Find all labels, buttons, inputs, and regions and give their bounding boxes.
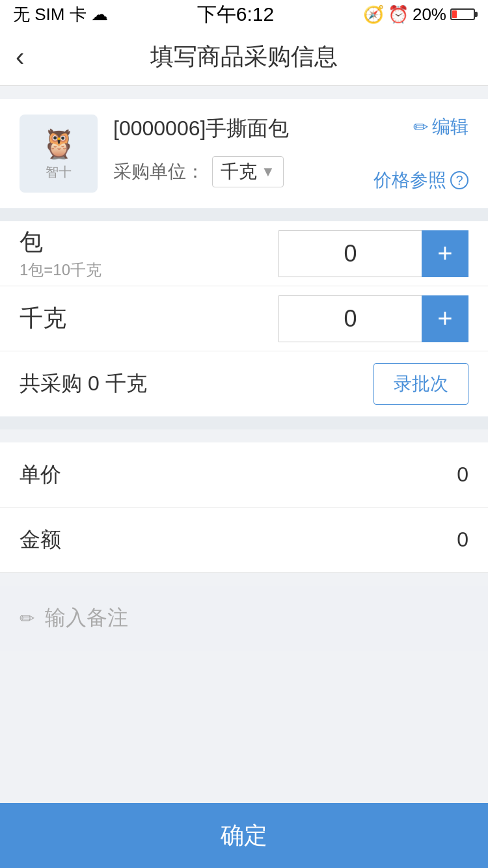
unit-select[interactable]: 千克 ▼ xyxy=(212,156,284,187)
product-image: 🦉 智十 xyxy=(20,115,98,193)
price-reference-button[interactable]: 价格参照 ? xyxy=(373,168,468,193)
chevron-down-icon: ▼ xyxy=(261,163,275,180)
pencil-icon: ✏ xyxy=(20,608,34,629)
amount-row: 金额 0 xyxy=(0,508,488,573)
confirm-label: 确定 xyxy=(221,820,267,852)
edit-label: 编辑 xyxy=(432,115,468,139)
total-label: 共采购 xyxy=(20,372,82,395)
total-text: 共采购 0 千克 xyxy=(20,370,147,398)
total-row: 共采购 0 千克 录批次 xyxy=(0,351,488,416)
bag-label: 包 xyxy=(20,226,278,258)
edit-icon: ✏ xyxy=(413,116,428,138)
battery-icon xyxy=(450,8,475,20)
alarm-icon: ⏰ xyxy=(388,5,409,25)
unit-label: 采购单位： xyxy=(113,159,204,184)
section-divider-2 xyxy=(0,416,488,429)
status-right: 🧭 ⏰ 20% xyxy=(363,5,475,25)
bag-input-wrap: + xyxy=(278,230,468,277)
status-left: 无 SIM 卡 ☁ xyxy=(13,3,108,26)
amount-label: 金额 xyxy=(20,526,61,554)
product-logo-text: 智十 xyxy=(46,163,72,181)
kg-label-group: 千克 xyxy=(20,303,278,334)
kg-plus-button[interactable]: + xyxy=(422,295,468,342)
kg-label: 千克 xyxy=(20,303,278,334)
unit-price-row: 单价 0 xyxy=(0,442,488,508)
sim-label: 无 SIM 卡 ☁ xyxy=(13,3,108,26)
status-time: 下午6:12 xyxy=(197,1,274,28)
info-icon: ? xyxy=(450,171,468,189)
total-unit xyxy=(100,372,105,395)
battery-percent: 20% xyxy=(413,5,446,25)
product-logo: 🦉 xyxy=(41,127,77,161)
bag-label-group: 包 1包=10千克 xyxy=(20,226,278,280)
price-ref-label: 价格参照 xyxy=(373,168,446,193)
remark-placeholder: 输入备注 xyxy=(45,604,128,632)
input-section: 包 1包=10千克 + 千克 + xyxy=(0,221,488,351)
section-divider-1 xyxy=(0,208,488,221)
kg-input[interactable] xyxy=(278,295,422,342)
unit-value: 千克 xyxy=(221,159,257,184)
status-bar: 无 SIM 卡 ☁ 下午6:12 🧭 ⏰ 20% xyxy=(0,0,488,29)
kg-input-row: 千克 + xyxy=(0,286,488,351)
unit-price-value: 0 xyxy=(457,463,468,487)
bag-input[interactable] xyxy=(278,230,422,277)
edit-button[interactable]: ✏ 编辑 xyxy=(413,115,468,139)
amount-value: 0 xyxy=(457,528,468,552)
bag-plus-button[interactable]: + xyxy=(422,230,468,277)
nav-bar: ‹ 填写商品采购信息 xyxy=(0,29,488,86)
record-batch-button[interactable]: 录批次 xyxy=(373,363,468,405)
back-button[interactable]: ‹ xyxy=(16,42,24,72)
remark-section[interactable]: ✏ 输入备注 xyxy=(0,586,488,651)
confirm-button[interactable]: 确定 xyxy=(0,803,488,868)
page-title: 填写商品采购信息 xyxy=(150,41,338,73)
bag-sub-label: 1包=10千克 xyxy=(20,260,278,280)
bag-input-row: 包 1包=10千克 + xyxy=(0,221,488,286)
nav-icon: 🧭 xyxy=(363,5,384,25)
product-card: 🦉 智十 [0000006]手撕面包 采购单位： 千克 ▼ ✏ 编辑 价格参照 … xyxy=(0,99,488,208)
kg-input-wrap: + xyxy=(278,295,468,342)
price-info-section: 单价 0 金额 0 xyxy=(0,442,488,573)
unit-price-label: 单价 xyxy=(20,461,61,489)
